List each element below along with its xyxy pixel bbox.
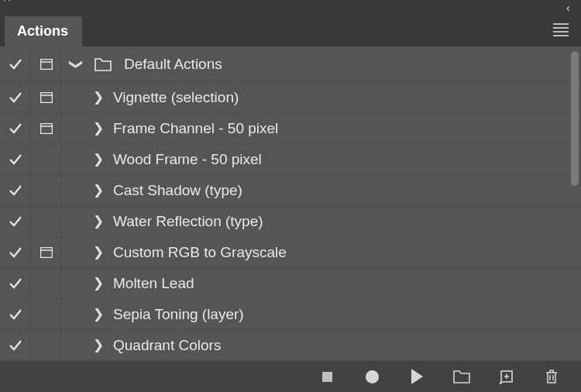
checkmark-icon xyxy=(8,338,23,353)
checkmark-icon xyxy=(8,57,23,72)
svg-rect-4 xyxy=(40,123,52,133)
toggle-dialog[interactable] xyxy=(31,82,62,112)
action-label: Cast Shadow (type) xyxy=(113,182,242,198)
toggle-dialog[interactable] xyxy=(31,206,62,236)
toggle-check[interactable] xyxy=(0,268,31,298)
toggle-check[interactable] xyxy=(0,206,31,236)
empty-dialog-box xyxy=(41,154,52,165)
checkmark-icon xyxy=(8,152,23,167)
toggle-check[interactable] xyxy=(0,82,31,112)
action-row[interactable]: Wood Frame - 50 pixel xyxy=(0,144,581,175)
expand-toggle[interactable] xyxy=(62,151,105,167)
delete-button[interactable] xyxy=(542,367,561,386)
expand-toggle[interactable] xyxy=(62,337,105,353)
toggle-dialog[interactable] xyxy=(31,299,62,329)
toggle-check[interactable] xyxy=(0,237,31,267)
expand-toggle[interactable] xyxy=(62,306,105,322)
trash-icon xyxy=(545,369,559,384)
actions-toolbar xyxy=(0,361,581,392)
chevron-down-icon xyxy=(70,56,81,72)
action-label: Quadrant Colors xyxy=(113,337,221,353)
record-button[interactable] xyxy=(363,367,381,386)
expand-toggle[interactable] xyxy=(62,213,105,229)
toggle-check[interactable] xyxy=(0,330,31,360)
actions-list: Default Actions Vignette (selection)Fram… xyxy=(0,46,581,361)
chevron-right-icon xyxy=(93,337,104,353)
toggle-check[interactable] xyxy=(0,113,31,143)
empty-dialog-box xyxy=(41,278,52,289)
action-set-row[interactable]: Default Actions xyxy=(0,46,581,82)
toggle-dialog[interactable] xyxy=(31,237,62,267)
action-row[interactable]: Frame Channel - 50 pixel xyxy=(0,113,581,144)
checkmark-icon xyxy=(8,276,23,291)
action-label: Vignette (selection) xyxy=(113,89,239,105)
chevron-right-icon xyxy=(93,182,104,198)
dialog-icon xyxy=(40,59,53,70)
action-row[interactable]: Custom RGB to Grayscale xyxy=(0,237,581,268)
checkmark-icon xyxy=(8,121,23,136)
action-label: Water Reflection (type) xyxy=(113,213,263,229)
svg-rect-2 xyxy=(40,92,52,102)
toggle-check[interactable] xyxy=(0,46,31,81)
chevron-right-icon xyxy=(93,275,104,291)
stop-icon xyxy=(322,372,332,382)
play-button[interactable] xyxy=(407,367,426,386)
toggle-dialog[interactable] xyxy=(31,144,62,174)
checkmark-icon xyxy=(8,307,23,322)
expand-toggle[interactable] xyxy=(62,182,105,198)
action-label: Sepia Toning (layer) xyxy=(113,306,244,322)
toggle-dialog[interactable] xyxy=(31,46,62,81)
play-icon xyxy=(411,369,423,384)
action-row[interactable]: Cast Shadow (type) xyxy=(0,175,581,206)
empty-dialog-box xyxy=(41,185,52,196)
toggle-dialog[interactable] xyxy=(31,268,62,298)
dialog-icon xyxy=(40,92,53,103)
new-set-button[interactable] xyxy=(452,367,471,386)
action-set-label: Default Actions xyxy=(124,56,222,72)
expand-toggle[interactable] xyxy=(62,89,105,105)
panel-menu-icon[interactable] xyxy=(553,23,569,36)
expand-toggle[interactable] xyxy=(62,275,105,291)
empty-dialog-box xyxy=(41,309,52,320)
svg-rect-6 xyxy=(40,247,52,257)
action-label: Wood Frame - 50 pixel xyxy=(113,151,262,167)
folder-icon xyxy=(95,57,112,71)
chevron-right-icon xyxy=(93,244,104,260)
expand-toggle[interactable] xyxy=(62,244,105,260)
toggle-dialog[interactable] xyxy=(31,175,62,205)
new-action-icon xyxy=(499,369,514,384)
action-label: Frame Channel - 50 pixel xyxy=(113,120,278,136)
folder-icon xyxy=(453,370,470,383)
expand-toggle[interactable] xyxy=(62,56,90,72)
checkmark-icon xyxy=(8,183,23,198)
toggle-dialog[interactable] xyxy=(31,113,62,143)
action-row[interactable]: Vignette (selection) xyxy=(0,82,581,113)
action-row[interactable]: Water Reflection (type) xyxy=(0,206,581,237)
toggle-check[interactable] xyxy=(0,175,31,205)
toggle-check[interactable] xyxy=(0,144,31,174)
action-row[interactable]: Quadrant Colors xyxy=(0,330,581,361)
checkmark-icon xyxy=(8,245,23,260)
toggle-check[interactable] xyxy=(0,299,31,329)
dialog-icon xyxy=(40,247,53,258)
chevron-right-icon xyxy=(93,151,104,167)
dialog-icon xyxy=(40,123,53,134)
toggle-dialog[interactable] xyxy=(31,330,62,360)
panel-tab-actions[interactable]: Actions xyxy=(5,16,82,46)
chevron-right-icon xyxy=(93,89,104,105)
close-icon[interactable]: × xyxy=(0,0,14,6)
chevron-right-icon xyxy=(93,120,104,136)
stop-button[interactable] xyxy=(318,367,336,386)
record-icon xyxy=(366,370,379,383)
action-label: Custom RGB to Grayscale xyxy=(113,244,287,260)
scrollbar-thumb[interactable] xyxy=(571,51,579,186)
action-row[interactable]: Molten Lead xyxy=(0,268,581,299)
collapse-panel-icon[interactable]: ‹‹ xyxy=(566,2,567,14)
action-row[interactable]: Sepia Toning (layer) xyxy=(0,299,581,330)
svg-rect-0 xyxy=(40,59,52,69)
chevron-right-icon xyxy=(93,213,104,229)
expand-toggle[interactable] xyxy=(62,120,105,136)
empty-dialog-box xyxy=(41,340,52,351)
checkmark-icon xyxy=(8,214,23,229)
new-action-button[interactable] xyxy=(497,367,516,386)
